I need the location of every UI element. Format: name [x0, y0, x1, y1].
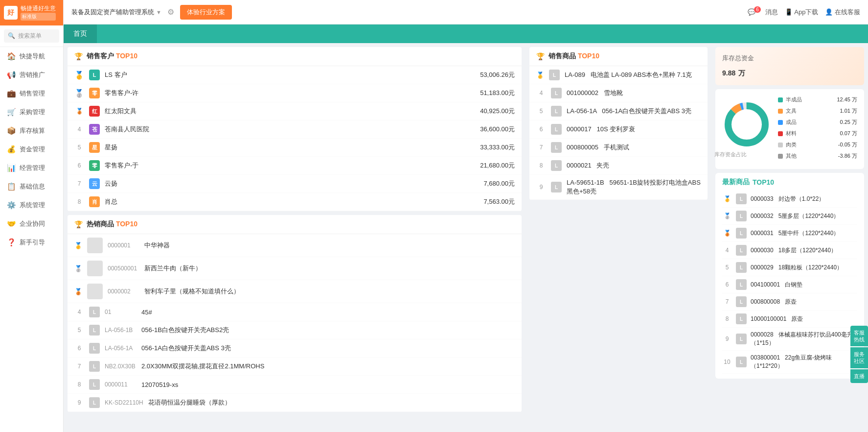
system-title-dropdown[interactable]: 装备及固定资产辅助管理系统 ▼: [71, 8, 161, 17]
sidebar-item-finance[interactable]: 💰 资金管理: [0, 140, 63, 159]
sales-product-header: 🏆 销售商品 TOP10: [529, 47, 708, 66]
inventory-donut-chart: [722, 100, 771, 149]
hot-product-row: 🥇 0000001 中华神器: [68, 234, 522, 257]
sidebar-item-label: 新手引导: [20, 238, 45, 247]
sales-product-list: 🥇 L LA-089 电池盖 LA-089 ABS本色+黑种 7.1克 4 L …: [529, 66, 708, 200]
sidebar-item-sales[interactable]: 💼 销售管理: [0, 84, 63, 103]
product-placeholder: L: [736, 357, 747, 367]
donut-wrap: 库存资金占比: [722, 100, 771, 158]
sales-product-title: 销售商品 TOP10: [548, 52, 599, 61]
trophy-icon: 🏆: [536, 52, 545, 60]
legend-color: [778, 154, 783, 159]
product-name: 056-1A白色按键开关盖ABS 3壳: [141, 344, 515, 353]
new-product-row: 8 L 10000100001 原壶: [722, 311, 857, 328]
product-info: 000800008 原壶: [751, 298, 857, 306]
product-info: LA-59651-1B 59651-1B旋转投影灯电池盒ABS黑色+58壳: [567, 178, 701, 196]
inventory-card: 库存总资金 9.88 万: [715, 47, 864, 85]
cs-live-button[interactable]: 直播: [850, 369, 868, 383]
sidebar-item-guide[interactable]: ❓ 新手引导: [0, 233, 63, 252]
customer-avatar: 零: [89, 160, 100, 171]
sidebar-item-inventory[interactable]: 📦 库存核算: [0, 121, 63, 140]
sales-product-row: 9 L LA-59651-1B 59651-1B旋转投影灯电池盒ABS黑色+58…: [529, 175, 708, 200]
inventory-icon: 📦: [7, 126, 16, 135]
home-icon: 🏠: [7, 52, 16, 61]
product-info: 003800001 22g鱼豆腐-烧烤味（1*12*20）: [751, 354, 857, 370]
product-name: 中华神器: [144, 241, 515, 250]
rank-number: 🥈: [722, 213, 732, 219]
rank-number: 9: [536, 184, 546, 191]
new-product-row: 5 L 0000029 18颗粒板（1220*2440）: [722, 259, 857, 276]
legend-row: 其他 -3.86 万: [778, 152, 857, 160]
new-product-row: 🥈 L 0000032 5厘多层（1220*2440）: [722, 208, 857, 225]
customer-name: 肖总: [105, 197, 479, 206]
customer-top10-header: 🏆 销售客户 TOP10: [68, 47, 522, 66]
customer-rank-row: 8 肖 肖总 7,563.00元: [68, 193, 522, 211]
new-product-row: 9 L 0000028 体械嘉核味苏打饮品400毫升（1*15）: [722, 328, 857, 351]
sidebar-item-operations[interactable]: 📊 经营管理: [0, 159, 63, 177]
customer-name: 红太阳文具: [105, 107, 475, 116]
product-placeholder: L: [551, 88, 562, 98]
rank-number: 8: [74, 198, 84, 205]
sidebar-item-collab[interactable]: 🤝 企业协同: [0, 215, 63, 233]
legend-value: -3.86 万: [838, 152, 857, 160]
product-info: 0000029 18颗粒板（1220*2440）: [751, 264, 857, 272]
sidebar-item-label: 资金管理: [20, 145, 45, 154]
sales-product-row: 8 L 0000021 夹壳: [529, 157, 708, 175]
product-placeholder: L: [736, 334, 747, 344]
sidebar-item-label: 经营管理: [20, 164, 45, 172]
product-placeholder: L: [551, 142, 562, 153]
sidebar-item-label: 企业协同: [20, 219, 45, 228]
product-name: 12070519-xs: [141, 381, 515, 388]
customer-amount: 7,680.00元: [483, 179, 515, 188]
hot-product-row: 5 L LA-056-1B 056-1B白色按键开关壳ABS2壳: [68, 321, 522, 339]
legend-name: 文具: [786, 107, 837, 115]
sidebar-item-basic[interactable]: 📋 基础信息: [0, 177, 63, 196]
product-info: 0000032 5厘多层（1220*2440）: [751, 212, 857, 220]
customer-name: LS 客户: [105, 71, 475, 79]
product-placeholder: L: [736, 313, 747, 324]
search-icon: 🔍: [8, 32, 15, 39]
sidebar-item-label: 销售管理: [20, 89, 45, 98]
hot-products-list: 🥇 0000001 中华神器 🥈 000500001 新西兰牛肉（新牛）: [68, 234, 522, 412]
sidebar-item-label: 系统管理: [20, 201, 45, 210]
rank-number: 4: [74, 309, 84, 315]
product-placeholder: L: [736, 211, 747, 221]
online-service-area[interactable]: 👤 在线客服: [825, 8, 860, 17]
purchase-icon: 🛒: [7, 108, 16, 117]
new-product-row: 10 L 003800001 22g鱼豆腐-烧烤味（1*12*20）: [722, 351, 857, 374]
product-placeholder: L: [736, 193, 747, 204]
product-placeholder: L: [736, 296, 747, 307]
product-placeholder: L: [89, 397, 100, 408]
product-placeholder: L: [551, 106, 562, 117]
settings-icon[interactable]: ⚙: [167, 7, 174, 17]
customer-amount: 21,680.00元: [480, 161, 515, 170]
product-name: 056-1B白色按键开关壳ABS2壳: [141, 326, 515, 335]
customer-rank-row: 🥈 零 零售客户-许 51,183.00元: [68, 84, 522, 102]
customer-amount: 51,183.00元: [480, 89, 515, 97]
rank-number: 5: [722, 264, 732, 271]
search-menu-button[interactable]: 🔍 搜索菜单: [4, 29, 59, 43]
sidebar-item-marketing[interactable]: 📢 营销推广: [0, 66, 63, 84]
sidebar-item-label: 库存核算: [20, 126, 45, 135]
sidebar-item-home[interactable]: 🏠 快捷导航: [0, 47, 63, 66]
product-info: 0000033 封边带（1.0*22）: [751, 195, 857, 203]
trial-button[interactable]: 体验行业方案: [180, 5, 232, 20]
hot-product-row: 9 L KK-SD22110H 花语萌恒温分腿睡袋（厚款）: [68, 394, 522, 412]
new-product-row: 🥉 L 0000031 5厘中纤（1220*2440）: [722, 225, 857, 242]
tab-home[interactable]: 首页: [64, 24, 97, 43]
product-thumbnail: [87, 261, 103, 276]
customer-avatar: 苍: [89, 124, 100, 135]
content-area: 🏆 销售客户 TOP10 🥇 L LS 客户 53,006.26元 🥈: [64, 43, 868, 432]
rank-number: 6: [722, 281, 732, 288]
topbar: 装备及固定资产辅助管理系统 ▼ ⚙ 体验行业方案 💬 6 消息 📱 App下载 …: [64, 0, 868, 24]
app-download-area[interactable]: 📱 App下载: [785, 8, 818, 17]
cs-community-button[interactable]: 服务 社区: [850, 347, 868, 368]
product-code: KK-SD22110H: [105, 399, 143, 406]
sidebar-item-system[interactable]: ⚙️ 系统管理: [0, 196, 63, 215]
message-area[interactable]: 💬 6 消息: [748, 8, 778, 17]
sales-product-panel: 🏆 销售商品 TOP10 🥇 L LA-089 电池盖 LA-089 ABS本色…: [525, 43, 711, 432]
cs-hotline-button[interactable]: 客服 热线: [850, 326, 868, 347]
hot-product-row: 8 L 0000011 12070519-xs: [68, 376, 522, 394]
sidebar-item-purchase[interactable]: 🛒 采购管理: [0, 103, 63, 121]
system-title: 装备及固定资产辅助管理系统: [71, 8, 154, 17]
